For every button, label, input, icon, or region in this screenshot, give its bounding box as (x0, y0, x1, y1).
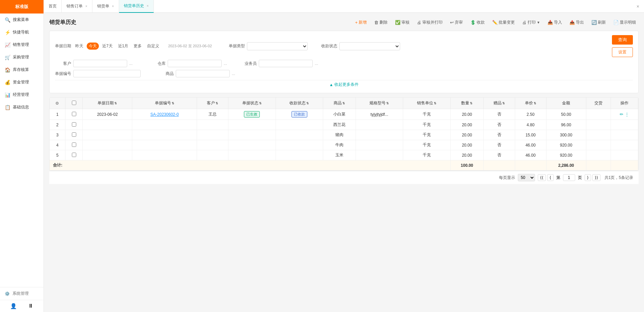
row-checkbox-cell[interactable] (65, 120, 82, 130)
sidebar-item-purchase-mgmt[interactable]: 🛒 采购管理 (0, 51, 44, 63)
staff-input[interactable] (259, 60, 313, 67)
tab-sales-delivery-close[interactable]: × (112, 4, 114, 8)
sidebar-item-inventory-calc[interactable]: 🏠 库存核算 (0, 63, 44, 76)
date-btn-custom[interactable]: 自定义 (145, 43, 161, 50)
date-btn-today[interactable]: 今天 (87, 43, 99, 50)
customer-picker-icon[interactable]: ... (129, 61, 133, 66)
sort-icon: ⇅ (306, 102, 309, 105)
filter-collapse[interactable]: ▲ 收起更多条件 (55, 80, 633, 89)
col-pay-status[interactable]: 收款状态⇅ (276, 98, 323, 109)
tab-sales-delivery[interactable]: 销货单 × (92, 0, 119, 13)
doc-no-link[interactable]: SA-20230602-0 (150, 112, 179, 117)
sidebar-item-label: 搜索菜单 (13, 17, 29, 23)
goods-input[interactable] (176, 70, 230, 77)
type-select[interactable] (247, 42, 308, 50)
tab-sales-history[interactable]: 销货单历史 × (119, 0, 154, 13)
cell-spec (356, 140, 403, 150)
col-doc-date[interactable]: 单据日期⇅ (83, 98, 132, 109)
tab-sales-history-label: 销货单历史 (124, 3, 144, 9)
goods-picker-icon[interactable]: ... (232, 71, 235, 76)
col-unit[interactable]: 销售单位⇅ (403, 98, 450, 109)
col-qty[interactable]: 数量⇅ (450, 98, 483, 109)
print-button[interactable]: 🖨 打印 ▼ (520, 18, 543, 27)
row-checkbox-cell[interactable] (65, 130, 82, 140)
staff-picker-icon[interactable]: ... (315, 61, 318, 66)
col-doc-status[interactable]: 单据状态⇅ (228, 98, 276, 109)
audit-print-button[interactable]: 🖨 审核并打印 (414, 18, 445, 27)
edit-action[interactable]: ✏ (620, 112, 623, 117)
cell-unit-price: 2.50 (515, 109, 546, 120)
delete-button[interactable]: 🗑 删除 (371, 18, 390, 27)
last-page-button[interactable]: ⟩⟩ (592, 174, 600, 181)
refresh-button[interactable]: 🔄 刷新 (589, 18, 609, 27)
sidebar-pause-icon[interactable]: ⏸ (28, 303, 33, 309)
col-amount-label: 金额 (562, 101, 570, 105)
date-btn-yesterday[interactable]: 昨天 (73, 43, 85, 50)
col-doc-no[interactable]: 单据编号⇅ (132, 98, 197, 109)
tab-sales-history-close[interactable]: × (147, 4, 149, 8)
cell-action[interactable]: ✏⋮ (611, 109, 638, 120)
col-unit-price[interactable]: 单价⇅ (515, 98, 546, 109)
date-btn-more[interactable]: 更多 (132, 43, 144, 50)
row-checkbox-cell[interactable] (65, 109, 82, 120)
sidebar-item-finance-mgmt[interactable]: 💰 资金管理 (0, 76, 44, 88)
cell-doc-no (132, 120, 197, 130)
collect-button[interactable]: 💲 收款 (468, 18, 487, 27)
row-checkbox[interactable] (72, 132, 76, 137)
row-checkbox-cell[interactable] (65, 150, 82, 160)
import-button[interactable]: 📥 导入 (545, 18, 565, 27)
col-spec[interactable]: 规格型号⇅ (356, 98, 403, 109)
sidebar-item-sales-mgmt[interactable]: 📈 销售管理 (0, 38, 44, 51)
tab-home[interactable]: 首页 (44, 0, 62, 13)
cell-doc-date (83, 130, 132, 140)
tab-sales-order[interactable]: 销售订单 × (62, 0, 92, 13)
col-gift[interactable]: 赠品⇅ (483, 98, 515, 109)
row-checkbox-cell[interactable] (65, 140, 82, 150)
sidebar-item-basic-info[interactable]: 📋 基础信息 (0, 101, 44, 113)
tab-sales-order-close[interactable]: × (85, 4, 87, 8)
window-close-button[interactable]: × (632, 4, 644, 9)
prev-page-button[interactable]: ⟨ (547, 174, 554, 181)
row-checkbox[interactable] (72, 142, 76, 147)
sidebar-user-icon[interactable]: 👤 (10, 303, 17, 309)
doc-status-badge: 已生效 (244, 111, 260, 118)
warehouse-picker-icon[interactable]: ... (224, 61, 227, 66)
col-customer[interactable]: 客户⇅ (197, 98, 228, 109)
audit-button[interactable]: ✅ 审核 (392, 18, 412, 27)
doc-no-input[interactable] (73, 70, 141, 77)
print-icon: 🖨 (522, 20, 527, 25)
first-page-button[interactable]: ⟨⟨ (538, 174, 546, 181)
page-size-select[interactable]: 50 100 (518, 174, 535, 181)
sidebar-item-sys-mgmt[interactable]: ⚙️ 系统管理 (0, 287, 44, 300)
page-input[interactable] (563, 174, 575, 181)
sidebar-item-quick-nav[interactable]: ⚡ 快捷导航 (0, 26, 44, 38)
set-button[interactable]: 设置 (612, 47, 633, 57)
status-select[interactable] (339, 42, 400, 50)
col-goods[interactable]: 商品⇅ (323, 98, 356, 109)
show-detail-button[interactable]: 📄 显示明细 (611, 18, 639, 27)
date-btn-1month[interactable]: 近1月 (116, 43, 131, 50)
customer-input[interactable] (73, 60, 127, 67)
export-button[interactable]: 📤 导出 (567, 18, 587, 27)
sidebar-item-search-menu[interactable]: 🔍 搜索菜单 (0, 14, 44, 26)
date-shortcuts: 昨天 今天 近7天 近1月 更多 自定义 (73, 43, 161, 50)
settings-icon[interactable]: ⚙ (55, 101, 59, 106)
more-action[interactable]: ⋮ (625, 112, 629, 117)
row-num: 5 (50, 150, 65, 160)
sidebar-item-ops-mgmt[interactable]: 📊 经营管理 (0, 88, 44, 101)
next-page-button[interactable]: ⟩ (585, 174, 591, 181)
cell-doc-no[interactable]: SA-20230602-0 (132, 109, 197, 120)
select-all-checkbox[interactable] (72, 101, 76, 105)
warehouse-input[interactable] (168, 60, 222, 67)
abandon-button[interactable]: ↩ 弃审 (447, 18, 466, 27)
new-button[interactable]: + 新增 (353, 18, 370, 27)
col-settings[interactable]: ⚙ (50, 98, 65, 109)
row-checkbox[interactable] (72, 122, 76, 127)
date-btn-7days[interactable]: 近7天 (100, 43, 115, 50)
row-checkbox[interactable] (72, 153, 76, 157)
show-detail-label: 显示明细 (620, 20, 636, 25)
search-button[interactable]: 查询 (612, 35, 633, 45)
filter-staff: 业务员 ... (241, 60, 318, 67)
row-checkbox[interactable] (72, 112, 76, 116)
batch-change-button[interactable]: ✏️ 批量变更 (489, 18, 517, 27)
